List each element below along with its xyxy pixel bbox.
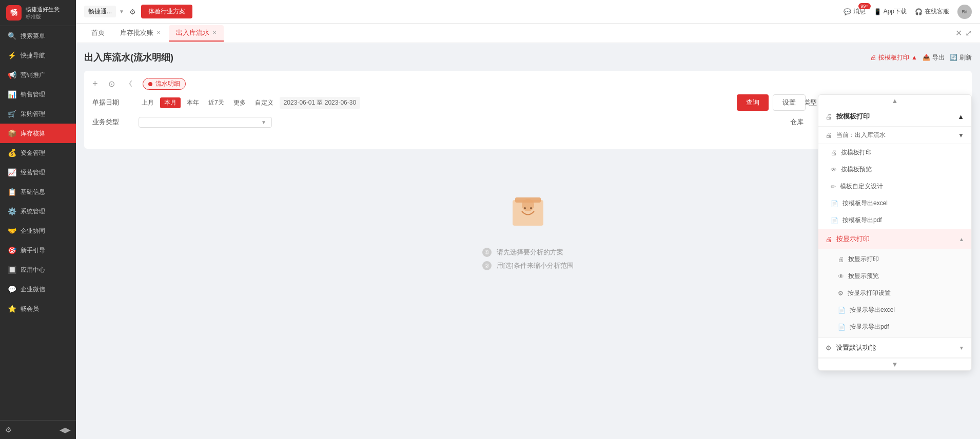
dropdown-header: 🖨 按模板打印 ▲	[818, 107, 971, 127]
cart-icon: 🛒	[7, 109, 16, 118]
date-btn-more[interactable]: 更多	[230, 97, 249, 108]
page-title: 出入库流水(流水明细)	[84, 51, 173, 64]
sidebar-item-purchase[interactable]: 🛒 采购管理	[0, 104, 76, 124]
message-btn[interactable]: 💬 消息 99+	[844, 7, 866, 16]
phone-icon: 📱	[874, 8, 881, 15]
money-icon: 💰	[7, 148, 16, 157]
avatar[interactable]: Rit	[957, 5, 972, 19]
tab-close-in-out-flow[interactable]: ✕	[212, 30, 217, 35]
tab-batch-account[interactable]: 库存批次账 ✕	[113, 25, 168, 42]
filter-settings-icon[interactable]: ⊙	[108, 79, 115, 89]
preview-icon: 👁	[831, 166, 837, 173]
sidebar-item-label: 应用中心	[21, 266, 45, 274]
sidebar-item-label: 畅会员	[21, 305, 39, 313]
scroll-down-btn[interactable]: ▼	[818, 358, 971, 370]
headset-icon: 🎧	[915, 8, 923, 15]
sidebar-item-quick-nav[interactable]: ⚡ 快捷导航	[0, 46, 76, 65]
set-default-header[interactable]: ⚙ 设置默认功能 ▼	[818, 338, 971, 357]
business-type-select[interactable]: ▼	[139, 117, 272, 128]
scroll-up-btn[interactable]: ▲	[818, 95, 971, 107]
dropdown-scroll-area: 🖨 按模板打印 👁 按模板预览 ✏ 模板自定义设计 📄 按模板导出excel	[818, 144, 971, 358]
step-2-num: ②	[482, 261, 492, 270]
settings-apply-btn[interactable]: 设置	[773, 94, 806, 111]
tab-home[interactable]: 首页	[84, 25, 112, 42]
filter-add-icon[interactable]: +	[92, 78, 98, 89]
sidebar-item-marketing[interactable]: 📢 营销推广	[0, 65, 76, 85]
sidebar-settings-btn[interactable]: ⚙	[5, 426, 12, 434]
sidebar-item-app-center[interactable]: 🔲 应用中心	[0, 260, 76, 280]
settings-icon: ⚙	[838, 290, 844, 297]
date-options-group: 上月 本月 本年 近7天 更多 自定义 2023-06-01 至 2023-06…	[139, 97, 360, 109]
chevron-down-icon[interactable]: ▼	[119, 9, 124, 14]
main-area: 畅捷通... ▼ ⚙ 体验行业方案 💬 消息 99+ 📱 App下载 🎧 在线客…	[76, 0, 980, 439]
sidebar-item-system[interactable]: ⚙️ 系统管理	[0, 202, 76, 221]
topbar: 畅捷通... ▼ ⚙ 体验行业方案 💬 消息 99+ 📱 App下载 🎧 在线客…	[76, 0, 980, 24]
sidebar-item-label: 采购管理	[21, 110, 45, 118]
sidebar-item-inventory[interactable]: 📦 库存核算	[0, 124, 76, 143]
sidebar-toggle-btn[interactable]: ◀▶	[60, 426, 71, 434]
empty-text: ① 请先选择要分析的方案 ② 用[选]条件来缩小分析范围	[482, 246, 574, 272]
printer-icon: 🖨	[870, 54, 876, 61]
dropdown-template-pdf-item[interactable]: 📄 按模板导出pdf	[818, 212, 971, 229]
tag-dot	[148, 82, 152, 86]
refresh-icon: 🔄	[950, 54, 957, 61]
date-btn-custom[interactable]: 自定义	[252, 97, 277, 108]
sidebar-item-label: 基础信息	[21, 188, 45, 196]
tab-close-batch-account[interactable]: ✕	[156, 30, 161, 35]
sidebar-item-label: 销售管理	[21, 90, 45, 99]
megaphone-icon: 📢	[7, 70, 16, 79]
display-print-header[interactable]: 🖨 按显示打印 ▲	[818, 229, 971, 249]
filter-collapse-icon[interactable]: 《	[125, 79, 132, 89]
set-default-section: ⚙ 设置默认功能 ▼	[818, 338, 971, 358]
template-print-section: 🖨 按模板打印 👁 按模板预览 ✏ 模板自定义设计 📄 按模板导出excel	[818, 144, 971, 229]
date-btn-last-month[interactable]: 上月	[139, 97, 157, 108]
refresh-btn[interactable]: 🔄 刷新	[950, 53, 972, 62]
sidebar-item-newbie[interactable]: 🎯 新手引导	[0, 241, 76, 260]
export-btn[interactable]: 📤 导出	[923, 53, 945, 62]
sidebar-item-finance[interactable]: 💰 资金管理	[0, 143, 76, 163]
business-type-label: 业务类型	[92, 117, 128, 127]
date-btn-this-year[interactable]: 本年	[184, 97, 202, 108]
sidebar-item-wechat[interactable]: 💬 企业微信	[0, 280, 76, 299]
dropdown-display-settings-item[interactable]: ⚙ 按显示打印设置	[818, 285, 971, 302]
dropdown-display-print-item[interactable]: 🖨 按显示打印	[818, 251, 971, 268]
app-download-btn[interactable]: 📱 App下载	[874, 7, 907, 16]
topbar-gear-icon[interactable]: ⚙	[129, 8, 136, 16]
expand-icon[interactable]: ⤢	[965, 28, 972, 38]
dropdown-title: 按模板打印	[836, 112, 870, 121]
handshake-icon: 🤝	[7, 226, 16, 235]
box-icon: 📦	[7, 129, 16, 138]
date-filter-label: 单据日期	[92, 98, 128, 107]
date-btn-this-month[interactable]: 本月	[160, 97, 181, 108]
query-btn[interactable]: 查询	[737, 94, 769, 111]
sidebar-item-vip[interactable]: ⭐ 畅会员	[0, 299, 76, 318]
filter-tag-waterflow[interactable]: 流水明细	[143, 78, 186, 90]
sidebar-item-search[interactable]: 🔍 搜索菜单	[0, 26, 76, 46]
username-display: 畅捷通...	[84, 6, 116, 17]
tab-in-out-flow[interactable]: 出入库流水 ✕	[169, 25, 224, 42]
tabbar-controls: ✕ ⤢	[955, 28, 972, 38]
trial-btn[interactable]: 体验行业方案	[141, 5, 192, 18]
sidebar-item-enterprise[interactable]: 🤝 企业协同	[0, 221, 76, 241]
svg-point-2	[522, 199, 534, 211]
sidebar-item-operations[interactable]: 📈 经营管理	[0, 163, 76, 182]
set-default-icon: ⚙	[826, 344, 832, 352]
dropdown-display-preview-item[interactable]: 👁 按显示预览	[818, 268, 971, 285]
sidebar-item-basic[interactable]: 📋 基础信息	[0, 182, 76, 202]
star-icon: ⭐	[7, 304, 16, 313]
online-service-btn[interactable]: 🎧 在线客服	[915, 7, 949, 16]
dropdown-display-excel-item[interactable]: 📄 按显示导出excel	[818, 302, 971, 318]
print-template-btn[interactable]: 🖨 按模板打印 ▲	[870, 53, 917, 62]
sidebar-item-sales[interactable]: 📊 销售管理	[0, 85, 76, 104]
dropdown-template-design-item[interactable]: ✏ 模板自定义设计	[818, 178, 971, 195]
edit-icon: ✏	[831, 183, 836, 190]
date-btn-7days[interactable]: 近7天	[205, 97, 227, 108]
dropdown-template-print-item[interactable]: 🖨 按模板打印	[818, 144, 971, 161]
gear-icon: ⚙️	[7, 207, 16, 216]
print3-icon: 🖨	[838, 256, 844, 263]
close-all-tabs-icon[interactable]: ✕	[955, 28, 962, 38]
export-icon: 📤	[923, 54, 930, 61]
dropdown-template-preview-item[interactable]: 👁 按模板预览	[818, 161, 971, 178]
dropdown-template-excel-item[interactable]: 📄 按模板导出excel	[818, 195, 971, 212]
dropdown-display-pdf-item[interactable]: 📄 按显示导出pdf	[818, 318, 971, 335]
